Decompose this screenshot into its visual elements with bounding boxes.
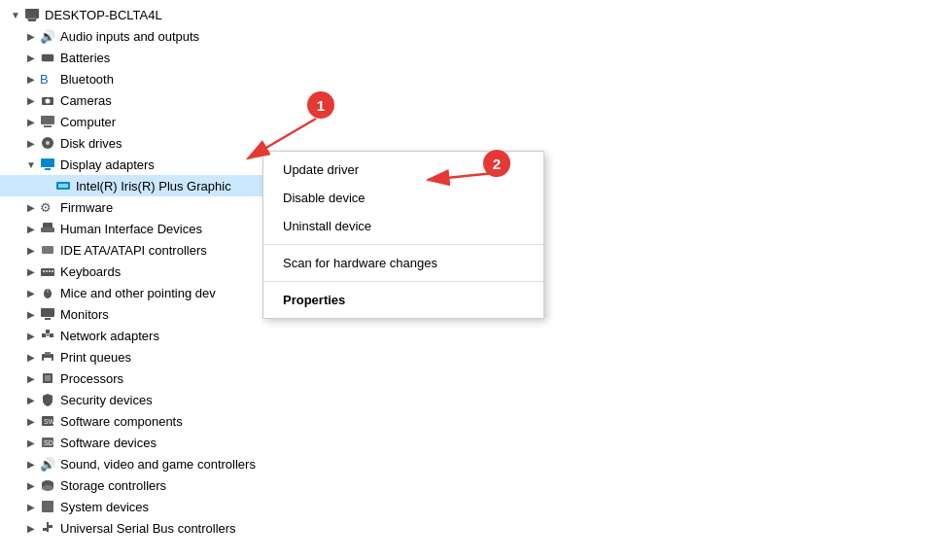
ide-label: IDE ATA/ATAPI controllers [60,243,207,258]
root-label: DESKTOP-BCLTA4L [45,8,162,22]
bluetooth-label: Bluetooth [60,72,114,87]
system-label: System devices [60,500,149,514]
keyboards-icon [39,262,56,280]
svg-rect-51 [43,528,47,531]
batteries-icon [39,49,56,66]
disk-chevron: ▶ [23,135,39,151]
svg-text:🔊: 🔊 [40,456,55,472]
tree-item-disk[interactable]: ▶Disk drives [0,132,262,154]
usb-label: Universal Serial Bus controllers [60,521,236,536]
svg-text:⚙: ⚙ [40,200,52,215]
tree-item-display[interactable]: ▼Display adapters [0,154,262,175]
ctx-scan[interactable]: Scan for hardware changes [263,249,543,277]
tree-item-security[interactable]: ▶Security devices [0,389,262,410]
tree-item-system[interactable]: ▶System devices [0,496,262,517]
ctx-properties[interactable]: Properties [263,286,543,314]
tree-item-processors[interactable]: ▶Processors [0,368,262,389]
tree-item-computer[interactable]: ▶Computer [0,111,262,132]
tree-root[interactable]: ▼ DESKTOP-BCLTA4L [0,4,262,25]
tree-item-batteries[interactable]: ▶Batteries [0,47,262,68]
network-label: Network adapters [60,329,159,343]
mice-icon [39,284,56,301]
usb-icon [39,519,56,537]
root-icon [23,6,41,23]
processors-chevron: ▶ [23,370,39,386]
svg-point-12 [46,141,50,145]
ide-icon [39,241,56,259]
software_comp-icon: SW [39,412,56,430]
tree-item-software_comp[interactable]: ▶SWSoftware components [0,410,262,432]
svg-rect-9 [41,116,54,124]
svg-rect-19 [41,228,54,232]
tree-item-audio[interactable]: ▶🔊Audio inputs and outputs [0,25,262,47]
storage-label: Storage controllers [60,478,166,493]
tree-item-gpu[interactable]: Intel(R) Iris(R) Plus Graphic [0,175,262,196]
print-label: Print queues [60,350,131,365]
device-manager-tree[interactable]: ▼ DESKTOP-BCLTA4L ▶🔊Audio inputs and out… [0,0,262,560]
monitors-icon [39,305,56,323]
storage-icon [39,476,56,494]
tree-item-ide[interactable]: ▶IDE ATA/ATAPI controllers [0,239,262,261]
sound-icon: 🔊 [39,455,56,472]
ctx-disable[interactable]: Disable device [263,184,543,212]
tree-item-bluetooth[interactable]: ▶BBluetooth [0,68,262,89]
tree-item-firmware[interactable]: ▶⚙Firmware [0,196,262,218]
svg-rect-29 [45,318,51,320]
svg-rect-2 [27,18,37,19]
cameras-label: Cameras [60,93,112,108]
tree-item-hid[interactable]: ▶Human Interface Devices [0,218,262,239]
keyboards-chevron: ▶ [23,263,39,279]
tree-item-mice[interactable]: ▶Mice and other pointing dev [0,282,262,303]
svg-rect-28 [41,308,54,317]
gpu-icon [54,177,72,194]
computer-chevron: ▶ [23,114,39,129]
system-icon [39,498,56,515]
tree-item-network[interactable]: ▶Network adapters [0,325,262,346]
svg-rect-37 [45,352,51,355]
svg-rect-49 [42,501,53,512]
software_comp-chevron: ▶ [23,413,39,429]
svg-rect-20 [42,246,53,254]
svg-rect-5 [52,56,53,59]
display-icon [39,156,56,173]
svg-rect-16 [58,184,68,188]
tree-item-keyboards[interactable]: ▶Keyboards [0,261,262,282]
bluetooth-chevron: ▶ [23,71,39,87]
cameras-chevron: ▶ [23,92,39,108]
tree-item-usb[interactable]: ▶Universal Serial Bus controllers [0,517,262,539]
software_dev-chevron: ▶ [23,435,39,450]
processors-label: Processors [60,371,123,386]
audio-label: Audio inputs and outputs [60,29,199,44]
ctx-uninstall[interactable]: Uninstall device [263,212,543,240]
network-icon [39,327,56,344]
ctx-separator-scan [263,281,543,282]
system-chevron: ▶ [23,499,39,514]
software_dev-icon: SD [39,434,56,451]
svg-rect-22 [43,270,45,272]
ctx-separator-uninstall [263,244,543,245]
mice-label: Mice and other pointing dev [60,286,216,300]
svg-rect-10 [44,125,52,127]
disk-label: Disk drives [60,136,122,151]
svg-rect-38 [44,358,52,362]
annotation-2: 2 [483,150,510,177]
tree-item-storage[interactable]: ▶Storage controllers [0,474,262,496]
hid-chevron: ▶ [23,221,39,236]
batteries-chevron: ▶ [23,50,39,65]
svg-rect-25 [52,270,53,272]
tree-item-monitors[interactable]: ▶Monitors [0,303,262,325]
context-menu: Update driverDisable deviceUninstall dev… [262,151,544,319]
software_comp-label: Software components [60,414,183,429]
print-icon [39,348,56,366]
firmware-icon: ⚙ [39,198,56,216]
security-label: Security devices [60,393,153,407]
monitors-label: Monitors [60,307,109,322]
tree-item-software_dev[interactable]: ▶SDSoftware devices [0,432,262,453]
storage-chevron: ▶ [23,477,39,493]
computer-label: Computer [60,115,116,129]
tree-item-print[interactable]: ▶Print queues [0,346,262,368]
svg-text:SD: SD [44,439,53,446]
tree-item-sound[interactable]: ▶🔊Sound, video and game controllers [0,453,262,474]
svg-point-8 [46,99,51,104]
tree-item-cameras[interactable]: ▶Cameras [0,89,262,111]
